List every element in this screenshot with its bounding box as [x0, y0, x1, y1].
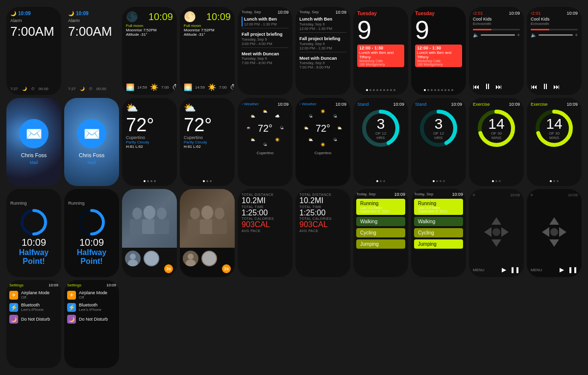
ring-number: 14 OF 30 MINS: [487, 117, 506, 140]
settings-top: Settings 10:09: [9, 283, 58, 287]
settings-title: Settings: [9, 283, 24, 287]
wl-item-jumping[interactable]: Jumping: [356, 239, 405, 249]
badge: 3s: [222, 264, 231, 273]
settings-item-bluetooth[interactable]: ⚡ Bluetooth Lee's iPhone: [9, 303, 58, 312]
altitude: Altitude -31°: [184, 32, 231, 37]
wl-item-walking[interactable]: Walking: [414, 217, 463, 226]
svg-marker-54: [559, 227, 566, 237]
weather-icon: ⛅: [126, 102, 138, 114]
photo-silhouette: [183, 199, 232, 238]
wl-item-running[interactable]: Running Last: 8.0 MilesSeptember 6, 2014: [414, 199, 463, 215]
temperature: 72°: [126, 116, 154, 134]
svg-point-38: [201, 206, 213, 219]
settings-item-dnd[interactable]: 🌙 Do Not Disturb: [9, 315, 58, 324]
artist: Echosmith: [531, 22, 578, 26]
event-time: Tuesday, Sep 9: [242, 37, 289, 42]
svg-rect-42: [212, 219, 227, 234]
watch-calendar-large-1: Tuesday 9 12:00 - 1:30 Lunch with Ben an…: [353, 7, 408, 95]
watch-workout-summary-2: TOTAL DISTANCE 10.2MI TOTAL TIME 1:25:00…: [295, 189, 350, 277]
playback-controls[interactable]: ⏮ ⏸ ⏭: [531, 82, 578, 91]
wl-item-running[interactable]: Running Last: 8.0 MilesSeptember 6, 2014: [356, 199, 405, 215]
play-pause-button[interactable]: ⏸: [484, 82, 491, 91]
bluetooth-value: Lee's iPhone: [21, 307, 44, 312]
clock: 10:09: [335, 102, 346, 107]
play-pause-button[interactable]: ⏸: [541, 82, 549, 91]
pace-label: AVG PACE: [299, 229, 346, 233]
running-label: Running: [68, 201, 85, 206]
wl-item-cycling[interactable]: Cycling: [356, 228, 405, 237]
wl-item-walking[interactable]: Walking: [356, 217, 405, 226]
prev-button[interactable]: ⏮: [473, 83, 480, 91]
moon-small: 🌙: [80, 87, 85, 91]
watch-running-2: Running 10:09 HalfwayPoint!: [64, 189, 119, 277]
top-time-row: 🌙 10:09: [68, 11, 115, 16]
watch-remote-1: ≡ 10:09 MENU ▶ ❚❚: [469, 189, 524, 277]
prev-button[interactable]: ⏮: [531, 83, 538, 91]
wl-item-jumping[interactable]: Jumping: [414, 239, 463, 249]
run-time: 10:09: [79, 237, 104, 248]
play-button[interactable]: ▶: [502, 266, 506, 273]
play-button[interactable]: ▶: [560, 266, 564, 273]
hi-lo: H:81 L:62: [126, 144, 173, 149]
time-label: TOTAL TIME: [299, 205, 346, 209]
mail-icon: ✉️: [77, 119, 106, 148]
dots: [531, 180, 578, 182]
cal-value: 903CAL: [299, 220, 346, 229]
watch-settings-1: Settings 10:09 ✈ Airplane Mode Off ⚡ Blu…: [6, 280, 61, 368]
moon-small: 🌙: [22, 87, 27, 91]
play-controls[interactable]: ▶ ❚❚: [502, 266, 520, 273]
alarm-label: Alarm: [10, 18, 57, 23]
airplane-text: Airplane Mode Off: [21, 290, 49, 300]
event-date: Tuesday, Sep 9: [299, 61, 346, 65]
svg-text:🌧: 🌧: [246, 126, 250, 130]
vol-down-icon: 🔈: [531, 32, 537, 38]
photo-main: [122, 189, 177, 248]
watch-remote-2: ≡ 10:09 MENU ▶ ❚❚: [527, 189, 582, 277]
watch-weather-2: ⛅ 72° Cupertino Partly Cloudy H:81 L:62: [180, 98, 235, 186]
vol-up-icon: +: [575, 32, 578, 38]
settings-item-airplane[interactable]: ✈ Airplane Mode Off: [67, 290, 116, 300]
clock: 10:09: [277, 102, 289, 107]
pause-button[interactable]: ❚❚: [568, 266, 578, 273]
event-time: 12:00 PM - 1:30 PM: [299, 46, 346, 50]
settings-item-airplane[interactable]: ✈ Airplane Mode Off: [9, 290, 58, 300]
svg-marker-47: [491, 239, 501, 247]
photo-thumbs-row: 3s: [122, 248, 177, 269]
bluetooth-value: Lee's iPhone: [79, 307, 101, 312]
back-button: ‹ Weather: [242, 102, 259, 107]
count-label: OF 30 MINS: [487, 131, 506, 140]
exercise-time: 10:09: [566, 102, 578, 107]
app-name: Mail: [88, 160, 96, 165]
settings-item-dnd[interactable]: 🌙 Do Not Disturb: [67, 315, 116, 324]
temperature: 72°: [184, 116, 212, 134]
dots: [415, 180, 462, 182]
settings-item-bluetooth[interactable]: ⚡ Bluetooth Lee's iPhone: [67, 303, 116, 312]
remote-clock: 10:09: [510, 193, 520, 197]
bluetooth-icon: ⚡: [9, 303, 18, 312]
wl-item-sub: Last: 8.0 MilesSeptember 6, 2014: [418, 206, 459, 213]
time2: 7:00: [161, 85, 169, 90]
music-top-row: ‹2:01 10:09: [531, 11, 578, 16]
moon-top-row: 🌑 10:09: [126, 11, 173, 23]
svg-text:⛅: ⛅: [337, 125, 342, 130]
watch-mail-1: ✉️ Chris Foss Mail: [6, 98, 61, 186]
event-time: 7:00 PM - 8:00 PM: [299, 65, 346, 70]
condition: Partly Cloudy: [184, 140, 231, 144]
event-title: Lunch with Ben and Tiffany: [417, 50, 460, 59]
ring-container: 14 OF 30 MINS: [535, 109, 574, 148]
svg-text:🌤: 🌤: [333, 114, 337, 118]
next-button[interactable]: ⏭: [553, 83, 560, 91]
event-title: Fall project briefing: [242, 32, 289, 37]
svg-text:🌤: 🌤: [263, 142, 267, 147]
pace-label: AVG PACE: [242, 229, 289, 233]
photo-main: [180, 189, 235, 248]
playback-controls[interactable]: ⏮ ⏸ ⏭: [473, 82, 520, 91]
next-button[interactable]: ⏭: [495, 83, 502, 91]
moon-icon: 🌙: [68, 11, 74, 16]
airplane-name: Airplane Mode: [79, 290, 107, 295]
play-controls[interactable]: ▶ ❚❚: [560, 266, 578, 273]
svg-marker-46: [491, 217, 501, 225]
badge: 3s: [164, 264, 173, 273]
pause-button[interactable]: ❚❚: [510, 266, 520, 273]
wl-item-cycling[interactable]: Cycling: [414, 228, 463, 237]
